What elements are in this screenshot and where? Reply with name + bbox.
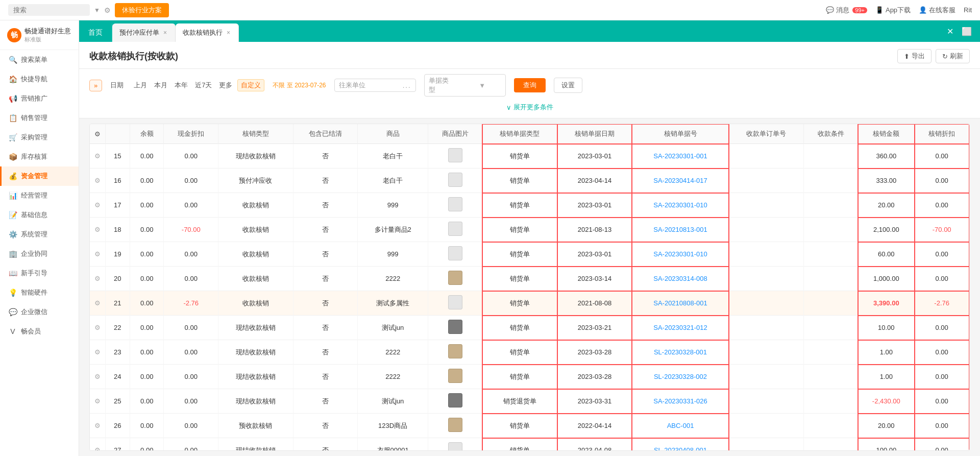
- sidebar-item-smart-hw[interactable]: 💡 智能硬件: [0, 283, 79, 302]
- filter-date-custom[interactable]: 自定义: [237, 79, 264, 91]
- col-bill-date: 核销单据日期: [557, 124, 632, 144]
- cell-gear[interactable]: ⚙: [90, 169, 105, 193]
- sidebar-item-quick-nav[interactable]: 🏠 快捷导航: [0, 69, 79, 89]
- filter-date-more[interactable]: 更多: [217, 80, 234, 91]
- cell-bill-no[interactable]: SL-20230328-002: [632, 365, 728, 389]
- table-row: ⚙ 23 0.00 0.00 现结收款核销 否 2222 销货单 2023-03…: [90, 340, 969, 365]
- cell-gear[interactable]: ⚙: [90, 438, 105, 451]
- col-include-settled: 包含已结清: [293, 124, 358, 144]
- search-input[interactable]: [8, 4, 90, 16]
- filter-expand-button[interactable]: »: [89, 80, 102, 91]
- cell-bill-no[interactable]: SA-20210808-001: [632, 291, 728, 316]
- filter-bill-type-select[interactable]: 单据类型 ▼: [424, 74, 506, 97]
- sidebar-item-enterprise[interactable]: 🏢 企业协同: [0, 244, 79, 263]
- cell-gear[interactable]: ⚙: [90, 389, 105, 414]
- sidebar-item-basic-info[interactable]: 📝 基础信息: [0, 205, 79, 225]
- cell-receipt-condition: [803, 438, 858, 451]
- table-row: ⚙ 24 0.00 0.00 现结收款核销 否 2222 销货单 2023-03…: [90, 365, 969, 389]
- cell-writeoff-discount: 0.00: [915, 267, 969, 291]
- settings-button[interactable]: 设置: [554, 78, 582, 93]
- tab-close-window-button[interactable]: ✕: [944, 26, 957, 37]
- cell-bill-no[interactable]: SA-20230414-017: [632, 169, 728, 193]
- tab-collection[interactable]: 收款核销执行 ×: [176, 23, 239, 42]
- logo-text-block: 畅捷通谱好生意 标准版: [24, 27, 71, 43]
- tab-prepay[interactable]: 预付冲应付单 ×: [112, 23, 176, 42]
- logo-text: 畅捷通谱好生意: [24, 27, 71, 36]
- cell-receipt-condition: [803, 414, 858, 438]
- cell-writeoff-discount: 0.00: [915, 438, 969, 451]
- cell-bill-no[interactable]: SA-20230321-012: [632, 316, 728, 340]
- sidebar-item-inventory[interactable]: 📦 库存核算: [0, 147, 79, 166]
- table-row: ⚙ 16 0.00 0.00 预付冲应收 否 老白干 销货单 2023-04-1…: [90, 169, 969, 193]
- cell-product: 2222: [358, 365, 428, 389]
- cell-writeoff-type: 收款核销: [218, 291, 293, 316]
- sidebar-item-operations[interactable]: 📊 经营管理: [0, 186, 79, 205]
- cell-gear[interactable]: ⚙: [90, 267, 105, 291]
- cell-receipt-order-no: [729, 414, 804, 438]
- cell-bill-no[interactable]: SA-20230314-008: [632, 267, 728, 291]
- filter-date-this-month[interactable]: 本月: [152, 80, 169, 91]
- export-button[interactable]: ⬆ 导出: [897, 49, 932, 63]
- tab-home[interactable]: 首页: [79, 23, 112, 42]
- sidebar-item-guide[interactable]: 📖 新手引导: [0, 263, 79, 283]
- cell-cash-discount: 0.00: [164, 389, 218, 414]
- cell-bill-no[interactable]: SA-20230301-010: [632, 242, 728, 267]
- tab-prepay-close-icon[interactable]: ×: [162, 29, 168, 36]
- sidebar-item-system[interactable]: ⚙️ 系统管理: [0, 225, 79, 244]
- sidebar-item-label: 新手引导: [21, 269, 47, 278]
- cell-receipt-condition: [803, 365, 858, 389]
- cell-gear[interactable]: ⚙: [90, 414, 105, 438]
- cell-gear[interactable]: ⚙: [90, 144, 105, 169]
- sidebar-item-sales[interactable]: 📋 销售管理: [0, 108, 79, 128]
- cell-gear[interactable]: ⚙: [90, 193, 105, 218]
- cell-bill-type: 销货单: [482, 218, 557, 242]
- cell-gear[interactable]: ⚙: [90, 218, 105, 242]
- message-button[interactable]: 💬 消息 99+: [826, 6, 867, 15]
- cell-bill-no[interactable]: SL-20230408-001: [632, 438, 728, 451]
- cell-gear[interactable]: ⚙: [90, 340, 105, 365]
- settings-icon[interactable]: ⚙: [104, 6, 111, 14]
- cell-gear[interactable]: ⚙: [90, 242, 105, 267]
- cell-gear[interactable]: ⚙: [90, 365, 105, 389]
- table-row: ⚙ 15 0.00 0.00 现结收款核销 否 老白干 销货单 2023-03-…: [90, 144, 969, 169]
- cell-receipt-order-no: [729, 291, 804, 316]
- cell-receipt-condition: [803, 267, 858, 291]
- cell-bill-no[interactable]: SA-20230331-026: [632, 389, 728, 414]
- tab-bar: 首页 预付冲应付单 × 收款核销执行 × ✕ ⬜: [79, 20, 980, 42]
- refresh-button[interactable]: ↻ 刷新: [936, 49, 970, 63]
- table-row: ⚙ 21 0.00 -2.76 收款核销 否 测试多属性 销货单 2021-08…: [90, 291, 969, 316]
- cell-bill-no[interactable]: SA-20230301-001: [632, 144, 728, 169]
- cell-bill-no[interactable]: SA-20230301-010: [632, 193, 728, 218]
- filter-counterparty-field[interactable]: 往来单位 ...: [334, 79, 416, 92]
- expand-more-conditions[interactable]: ∨ 展开更多条件: [89, 101, 970, 113]
- query-button[interactable]: 查询: [514, 78, 546, 92]
- cell-product: 999: [358, 242, 428, 267]
- user-profile[interactable]: Rit: [964, 6, 972, 14]
- sidebar-item-purchase[interactable]: 🛒 采购管理: [0, 128, 79, 147]
- app-download-button[interactable]: 📱 App下载: [875, 6, 911, 15]
- sidebar-item-marketing[interactable]: 📢 营销推广: [0, 89, 79, 108]
- cell-bill-no[interactable]: SL-20230328-001: [632, 340, 728, 365]
- industry-solution-button[interactable]: 休验行业方案: [115, 3, 169, 17]
- tab-maximize-button[interactable]: ⬜: [959, 26, 975, 37]
- cell-cash-discount: 0.00: [164, 365, 218, 389]
- sidebar-item-finance[interactable]: 💰 资金管理: [0, 166, 79, 186]
- cell-bill-no[interactable]: ABC-001: [632, 414, 728, 438]
- cell-gear[interactable]: ⚙: [90, 316, 105, 340]
- cell-product: 123D商品: [358, 414, 428, 438]
- dropdown-arrow-icon[interactable]: ▼: [94, 7, 100, 14]
- cell-gear[interactable]: ⚙: [90, 291, 105, 316]
- online-service-button[interactable]: 👤 在线客服: [919, 6, 955, 15]
- cell-cash-discount: 0.00: [164, 267, 218, 291]
- tab-collection-close-icon[interactable]: ×: [226, 29, 231, 36]
- filter-date-last-month[interactable]: 上月: [132, 80, 149, 91]
- sidebar-item-wechat[interactable]: 💬 企业微信: [0, 302, 79, 322]
- sidebar-item-member[interactable]: V 畅会员: [0, 322, 79, 341]
- sidebar-item-search[interactable]: 🔍 搜索菜单: [0, 50, 79, 69]
- cell-writeoff-amt: 100.00: [858, 438, 915, 451]
- filter-date-this-year[interactable]: 本年: [173, 80, 190, 91]
- cell-writeoff-type: 现结收款核销: [218, 389, 293, 414]
- filter-date-7days[interactable]: 近7天: [193, 80, 214, 91]
- cell-bill-no[interactable]: SA-20210813-001: [632, 218, 728, 242]
- cell-seq: 26: [105, 414, 130, 438]
